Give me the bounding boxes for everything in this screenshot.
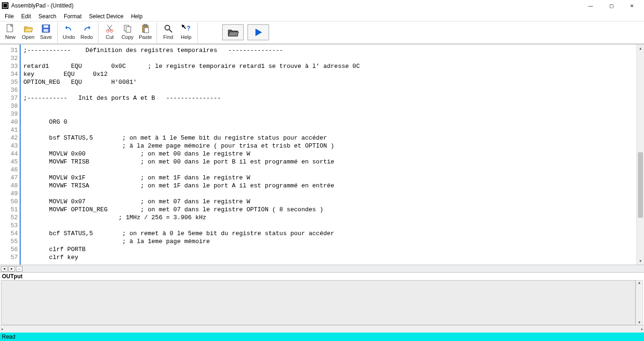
maximize-button[interactable]: ▢ [601,0,622,11]
menubar: File Edit Search Format Select Device He… [0,11,644,22]
paste-icon [140,23,150,34]
copy-button[interactable]: Copy [119,22,136,43]
svg-rect-3 [44,25,48,28]
svg-marker-6 [89,26,90,30]
svg-line-17 [169,30,172,32]
cut-icon [105,23,115,34]
redo-icon [82,23,92,34]
find-button[interactable]: Find [160,22,177,43]
find-label: Find [163,34,173,40]
cut-label: Cut [105,34,113,40]
undo-icon [64,23,74,34]
svg-point-16 [165,25,170,30]
svg-line-9 [108,25,112,31]
menu-format[interactable]: Format [60,12,85,21]
svg-text:?: ? [187,24,191,32]
editor-area: 31 32 33 34 35 36 37 38 39 40 41 42 43 4… [0,44,644,265]
horizontal-scrollbar[interactable]: ◂ ▸ [0,325,644,333]
new-file-icon [5,23,15,34]
svg-marker-20 [255,29,262,36]
scroll-thumb[interactable] [638,152,643,218]
minimize-button[interactable]: — [580,0,601,11]
menu-edit[interactable]: Edit [17,12,35,21]
output-vertical-scrollbar[interactable]: ▲ ▼ [636,280,643,325]
status-text: Read [2,334,15,340]
undo-button[interactable]: Undo [60,22,77,43]
code-editor[interactable]: ;------------ Définition des registres t… [21,44,637,265]
tab-minimize-button[interactable]: – [16,266,22,272]
svg-rect-15 [144,28,149,33]
copy-icon [122,23,133,34]
menu-search[interactable]: Search [35,12,60,21]
statusbar: Read [0,333,644,341]
paste-label: Paste [139,34,152,40]
open-folder-icon [23,23,33,34]
paste-button[interactable]: Paste [137,22,154,43]
scroll-right-icon[interactable]: ▸ [641,327,643,331]
redo-button[interactable]: Redo [78,22,95,43]
scroll-up-icon[interactable]: ▲ [637,44,644,52]
new-button[interactable]: New [2,22,19,43]
help-label: Help [181,34,192,40]
menu-select-device[interactable]: Select Device [85,12,127,21]
toolbar: New Open Save Undo Redo [0,22,644,44]
open-button[interactable]: Open [20,22,37,43]
tab-next-button[interactable]: ▸ [8,266,15,272]
scroll-down-icon[interactable]: ▼ [637,257,644,265]
open-file-big-button[interactable] [222,24,244,40]
menu-file[interactable]: File [1,12,17,21]
close-button[interactable]: ✕ [622,0,642,11]
line-number-gutter: 31 32 33 34 35 36 37 38 39 40 41 42 43 4… [0,44,21,265]
open-label: Open [22,34,35,40]
open-folder-icon [227,28,239,37]
output-panel[interactable]: ▲ ▼ [1,280,636,325]
vertical-scrollbar[interactable]: ▲ ▼ [637,44,644,265]
play-icon [254,28,263,37]
undo-label: Undo [63,34,75,40]
cut-button[interactable]: Cut [101,22,118,43]
redo-label: Redo [81,34,93,40]
output-panel-label: OUTput [0,272,644,280]
document-tab-strip: ◂ ▸ – [0,265,644,272]
find-icon [163,23,173,34]
svg-marker-5 [65,26,67,30]
svg-line-10 [107,25,112,31]
copy-label: Copy [121,34,134,40]
new-label: New [5,34,15,40]
save-icon [41,23,51,34]
help-icon: ? [181,23,191,34]
svg-rect-14 [144,24,147,26]
save-button[interactable]: Save [37,22,54,43]
tab-prev-button[interactable]: ◂ [1,266,7,272]
run-button[interactable] [247,24,269,40]
help-button[interactable]: ? Help [178,22,195,43]
app-icon [2,2,8,9]
menu-help[interactable]: Help [127,12,146,21]
save-label: Save [40,34,52,40]
svg-rect-4 [44,29,48,32]
svg-rect-12 [126,27,131,32]
window-title: AssemblyPad - (Untitled) [11,2,74,9]
scroll-down-icon[interactable]: ▼ [637,320,641,325]
titlebar: AssemblyPad - (Untitled) — ▢ ✕ [0,0,644,11]
scroll-up-icon[interactable]: ▲ [637,281,641,285]
scroll-left-icon[interactable]: ◂ [1,327,3,331]
